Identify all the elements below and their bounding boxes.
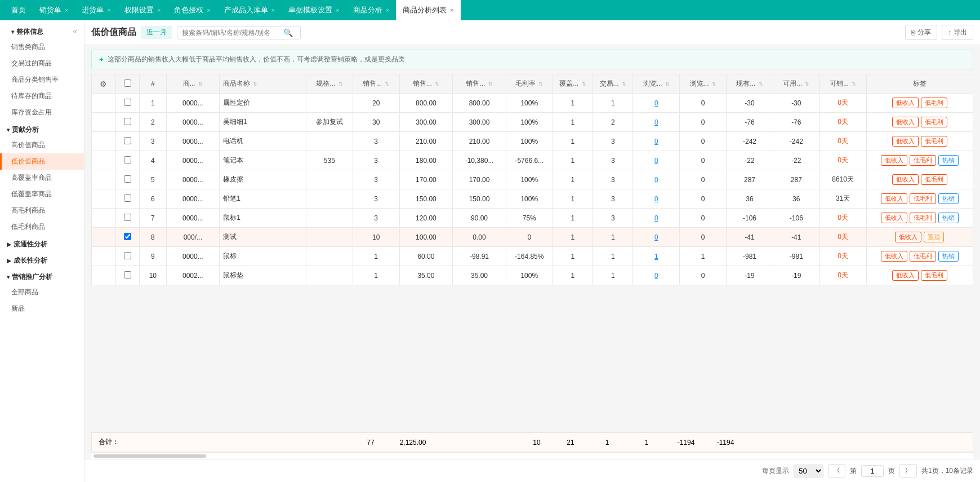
column-browse2[interactable]: 浏览... ⇅ — [680, 74, 727, 94]
nav-goods-analysis-list-close[interactable]: × — [450, 7, 453, 14]
nav-permission-close[interactable]: × — [157, 7, 161, 14]
nav-home[interactable]: 首页 — [5, 0, 33, 20]
column-name[interactable]: 商品名称 ⇅ — [220, 74, 306, 94]
row-coverage: 1 — [553, 209, 593, 228]
sidebar-item-category-sales-rate[interactable]: 商品分类销售率 — [0, 72, 84, 88]
column-code[interactable]: 商... ⇅ — [166, 74, 220, 94]
row-checkbox[interactable] — [115, 266, 140, 285]
column-sale-price[interactable]: 销售... ⇅ — [399, 74, 453, 94]
sidebar-item-stock-capital[interactable]: 库存资金占用 — [0, 104, 84, 121]
row-select-checkbox[interactable] — [124, 175, 131, 183]
row-select-checkbox[interactable] — [124, 194, 131, 202]
search-icon[interactable]: 🔍 — [283, 28, 293, 37]
column-spec[interactable]: 规格... ⇅ — [306, 74, 353, 94]
horizontal-scrollbar[interactable] — [93, 454, 206, 458]
row-checkbox[interactable] — [115, 132, 140, 151]
column-available[interactable]: 可用... ⇅ — [773, 74, 819, 94]
nav-role-auth-close[interactable]: × — [207, 7, 210, 14]
tag-badge: 热销 — [938, 193, 959, 204]
row-select-checkbox[interactable] — [124, 137, 131, 144]
column-trade[interactable]: 交易... ⇅ — [593, 74, 633, 94]
nav-template-settings[interactable]: 单据模板设置 × — [282, 0, 346, 20]
column-select-all[interactable] — [115, 74, 140, 94]
browse-link[interactable]: 0 — [654, 272, 658, 280]
nav-permission[interactable]: 权限设置 × — [118, 0, 167, 20]
sidebar-section-liquidity[interactable]: ▶ 流通性分析 — [0, 235, 84, 251]
row-checkbox[interactable] — [115, 94, 140, 113]
nav-goods-analysis-list[interactable]: 商品分析列表 × — [396, 0, 460, 20]
sidebar-item-traded-goods[interactable]: 交易过的商品 — [0, 55, 84, 72]
browse-link[interactable]: 0 — [654, 138, 658, 145]
row-select-checkbox[interactable] — [124, 99, 131, 106]
row-avail: -981 — [773, 247, 819, 266]
tag-badge: 低收入 — [881, 213, 907, 223]
browse-link[interactable]: 1 — [654, 253, 658, 260]
browse-link[interactable]: 0 — [654, 233, 658, 241]
column-sellable[interactable]: 可销... ⇅ — [819, 74, 866, 94]
sidebar-item-new-goods[interactable]: 新品 — [0, 300, 84, 317]
row-checkbox[interactable] — [115, 228, 140, 247]
sidebar-item-sales-goods[interactable]: 销售类商品 — [0, 39, 84, 55]
nav-goods-analysis-close[interactable]: × — [386, 7, 389, 14]
column-sale-amount[interactable]: 销售... ⇅ — [453, 74, 506, 94]
row-sale-qty: 3 — [353, 209, 399, 228]
sidebar-item-low-coverage[interactable]: 低覆盖率商品 — [0, 186, 84, 202]
browse-link[interactable]: 0 — [654, 195, 658, 203]
next-page-button[interactable]: 〉 — [899, 464, 917, 477]
row-select-checkbox[interactable] — [124, 118, 131, 125]
browse-link[interactable]: 0 — [654, 99, 658, 107]
row-select-checkbox[interactable] — [124, 214, 131, 221]
sidebar-item-low-value[interactable]: 低价值商品 — [0, 153, 84, 170]
browse-link[interactable]: 0 — [654, 157, 658, 165]
browse-link[interactable]: 0 — [654, 118, 658, 126]
row-sale-price: 100.00 — [399, 228, 453, 247]
nav-template-settings-close[interactable]: × — [336, 7, 339, 14]
column-settings[interactable]: ⚙ — [92, 74, 116, 94]
select-all-checkbox[interactable] — [124, 79, 131, 87]
nav-purchase-order-close[interactable]: × — [107, 7, 110, 14]
sidebar-item-high-coverage[interactable]: 高覆盖率商品 — [0, 170, 84, 186]
per-page-select[interactable]: 50 100 200 — [794, 465, 823, 477]
nav-purchase-order[interactable]: 进货单 × — [75, 0, 117, 20]
row-code: 0000... — [166, 189, 220, 209]
nav-sales-order[interactable]: 销货单 × — [33, 0, 75, 20]
share-button[interactable]: ⎘ 分享 — [905, 25, 937, 40]
sidebar-item-high-margin[interactable]: 高毛利商品 — [0, 202, 84, 219]
row-checkbox[interactable] — [115, 209, 140, 228]
recent-filter-button[interactable]: 近一月 — [141, 26, 172, 39]
sidebar-collapse-btn[interactable]: « — [70, 24, 79, 38]
nav-goods-analysis[interactable]: 商品分析 × — [346, 0, 396, 20]
page-number-input[interactable] — [861, 465, 884, 477]
search-input[interactable] — [182, 29, 283, 37]
sidebar-item-all-goods[interactable]: 全部商品 — [0, 284, 84, 300]
nav-product-storage[interactable]: 产成品入库单 × — [217, 0, 282, 20]
column-coverage[interactable]: 覆盖... ⇅ — [553, 74, 593, 94]
row-select-checkbox[interactable] — [124, 156, 131, 163]
prev-page-button[interactable]: 〈 — [828, 464, 845, 477]
nav-role-auth[interactable]: 角色授权 × — [167, 0, 217, 20]
sidebar-section-growth[interactable]: ▶ 成长性分析 — [0, 251, 84, 268]
row-checkbox[interactable] — [115, 189, 140, 209]
row-checkbox[interactable] — [115, 247, 140, 266]
nav-sales-order-close[interactable]: × — [65, 7, 68, 14]
sidebar-section-marketing[interactable]: ▾ 营销推广分析 — [0, 268, 84, 284]
row-checkbox[interactable] — [115, 151, 140, 170]
row-select-checkbox[interactable] — [124, 252, 131, 259]
column-stock[interactable]: 现有... ⇅ — [727, 74, 773, 94]
sidebar-section-overall[interactable]: ▾ 整体信息 — [5, 23, 50, 39]
export-button[interactable]: ↑ 导出 — [942, 25, 973, 40]
sidebar-item-high-value[interactable]: 高价值商品 — [0, 137, 84, 153]
nav-product-storage-close[interactable]: × — [271, 7, 275, 14]
row-checkbox[interactable] — [115, 170, 140, 189]
column-gross-margin[interactable]: 毛利率 ⇅ — [506, 74, 553, 94]
column-sale-qty[interactable]: 销售... ⇅ — [353, 74, 399, 94]
row-select-checkbox[interactable] — [124, 233, 131, 240]
sidebar-item-pending-stock[interactable]: 待库存的商品 — [0, 88, 84, 104]
sidebar-section-contribution[interactable]: ▾ 贡献分析 — [0, 121, 84, 137]
column-browse1[interactable]: 浏览... ⇅ — [633, 74, 680, 94]
browse-link[interactable]: 0 — [654, 176, 658, 184]
sidebar-item-low-margin[interactable]: 低毛利商品 — [0, 219, 84, 235]
row-checkbox[interactable] — [115, 113, 140, 132]
browse-link[interactable]: 0 — [654, 214, 658, 222]
row-select-checkbox[interactable] — [124, 271, 131, 278]
